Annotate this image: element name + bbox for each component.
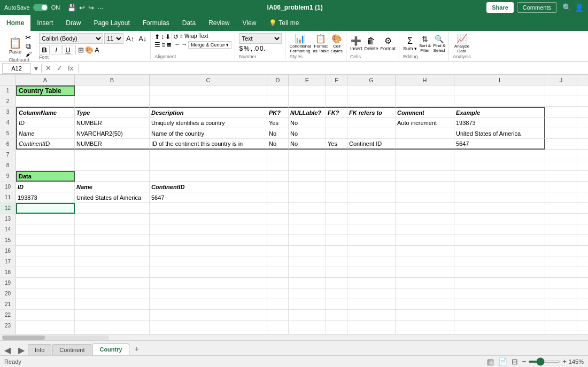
cell-a3[interactable]: ColumnName <box>16 107 75 118</box>
cell-h4[interactable]: Auto increment <box>396 118 454 128</box>
cell-e6[interactable]: No <box>289 139 326 150</box>
cell-b1[interactable] <box>75 85 150 96</box>
italic-button[interactable]: I <box>51 45 61 54</box>
zoom-out-button[interactable]: − <box>522 357 527 365</box>
cut-icon[interactable]: ✂ <box>25 33 32 42</box>
align-left-icon[interactable]: ☰ <box>154 41 160 49</box>
cell-h6[interactable] <box>396 139 454 150</box>
cell-b6[interactable]: NUMBER <box>75 139 150 150</box>
cell-b12[interactable] <box>75 203 150 214</box>
indent-increase-icon[interactable]: → <box>181 41 187 49</box>
align-top-icon[interactable]: ⬆ <box>154 33 160 41</box>
insert-function-icon[interactable]: fx <box>66 64 75 72</box>
expand-formula-icon[interactable]: ▾ <box>33 64 39 73</box>
cell-k11[interactable] <box>577 192 588 203</box>
cell-f12[interactable] <box>326 203 347 214</box>
cell-e5[interactable]: No <box>289 128 326 139</box>
row-num-21[interactable]: 21 <box>0 299 16 310</box>
cell-k9[interactable] <box>577 171 588 182</box>
cell-d12[interactable] <box>267 203 289 214</box>
font-size-select[interactable]: 11 <box>104 33 123 44</box>
cell-f2[interactable] <box>326 96 347 107</box>
cancel-formula-icon[interactable]: ✕ <box>44 64 53 72</box>
row-num-19[interactable]: 19 <box>0 278 16 288</box>
cell-e8[interactable] <box>289 160 326 171</box>
row-num-9[interactable]: 9 <box>0 171 16 182</box>
col-header-c[interactable]: C <box>150 75 267 85</box>
bold-button[interactable]: B <box>39 45 50 54</box>
cell-a4[interactable]: ID <box>16 118 75 128</box>
cell-k10[interactable] <box>577 182 588 192</box>
cell-j2[interactable] <box>545 96 577 107</box>
cell-i10[interactable] <box>454 182 545 192</box>
zoom-in-button[interactable]: + <box>562 357 567 365</box>
row-num-13[interactable]: 13 <box>0 214 16 224</box>
align-center-icon[interactable]: ≡ <box>161 41 165 49</box>
cell-a10[interactable]: ID <box>16 182 75 192</box>
cell-c5[interactable]: Name of the country <box>150 128 267 139</box>
cell-k8[interactable] <box>577 160 588 171</box>
row-num-4[interactable]: 4 <box>0 118 16 128</box>
row-num-3[interactable]: 3 <box>0 107 16 118</box>
cell-g5[interactable] <box>347 128 396 139</box>
cell-f9[interactable] <box>326 171 347 182</box>
cell-j3[interactable] <box>545 107 577 118</box>
copy-icon[interactable]: ⧉ <box>26 42 31 51</box>
cell-j8[interactable] <box>545 160 577 171</box>
col-header-e[interactable]: E <box>289 75 326 85</box>
col-header-k[interactable]: K <box>577 75 588 85</box>
tab-review[interactable]: Review <box>202 15 236 31</box>
cell-g8[interactable] <box>347 160 396 171</box>
cell-h7[interactable] <box>396 150 454 160</box>
cell-d9[interactable] <box>267 171 289 182</box>
cell-a7[interactable] <box>16 150 75 160</box>
sheet-tab-info[interactable]: Info <box>28 344 51 355</box>
cell-b10[interactable]: Name <box>75 182 150 192</box>
cell-j9[interactable] <box>545 171 577 182</box>
cell-b5[interactable]: NVARCHAR2(50) <box>75 128 150 139</box>
cell-k6[interactable] <box>577 139 588 150</box>
insert-cells-button[interactable]: ➕ Insert <box>350 36 362 51</box>
cell-i9[interactable] <box>454 171 545 182</box>
cell-d6[interactable]: No <box>267 139 289 150</box>
cell-g1[interactable] <box>347 85 396 96</box>
sheet-nav-left-icon[interactable]: ◀ <box>2 345 13 355</box>
redo-icon[interactable]: ↪ <box>88 4 94 12</box>
cell-k5[interactable] <box>577 128 588 139</box>
cell-i12[interactable] <box>454 203 545 214</box>
cell-h1[interactable] <box>396 85 454 96</box>
cell-i6[interactable]: 5647 <box>454 139 545 150</box>
cell-g6[interactable]: Continent.ID <box>347 139 396 150</box>
cell-k1[interactable] <box>577 85 588 96</box>
cell-b2[interactable] <box>75 96 150 107</box>
page-break-view-icon[interactable]: ⊟ <box>512 357 518 366</box>
tab-view[interactable]: View <box>236 15 263 31</box>
cell-i8[interactable] <box>454 160 545 171</box>
cell-k7[interactable] <box>577 150 588 160</box>
conditional-formatting-button[interactable]: 📊 ConditionalFormatting <box>289 34 311 53</box>
col-header-f[interactable]: F <box>326 75 347 85</box>
cell-f7[interactable] <box>326 150 347 160</box>
cell-f11[interactable] <box>326 192 347 203</box>
cell-d11[interactable] <box>267 192 289 203</box>
row-num-15[interactable]: 15 <box>0 235 16 246</box>
cell-h12[interactable] <box>396 203 454 214</box>
cell-h10[interactable] <box>396 182 454 192</box>
cell-g7[interactable] <box>347 150 396 160</box>
cell-a1[interactable]: Country Table <box>16 85 75 96</box>
row-num-23[interactable]: 23 <box>0 321 16 331</box>
cell-e1[interactable] <box>289 85 326 96</box>
cell-h2[interactable] <box>396 96 454 107</box>
add-sheet-button[interactable]: + <box>130 342 143 355</box>
account-icon[interactable]: 👤 <box>575 3 584 12</box>
format-cells-button[interactable]: ⚙ Format <box>380 36 396 51</box>
cell-g12[interactable] <box>347 203 396 214</box>
cell-k12[interactable] <box>577 203 588 214</box>
font-color-icon[interactable]: A <box>95 46 99 54</box>
cell-h5[interactable] <box>396 128 454 139</box>
cell-g4[interactable] <box>347 118 396 128</box>
scrollbar-thumb[interactable] <box>2 335 45 340</box>
col-header-j[interactable]: J <box>545 75 577 85</box>
col-header-b[interactable]: B <box>75 75 150 85</box>
row-num-5[interactable]: 5 <box>0 128 16 139</box>
